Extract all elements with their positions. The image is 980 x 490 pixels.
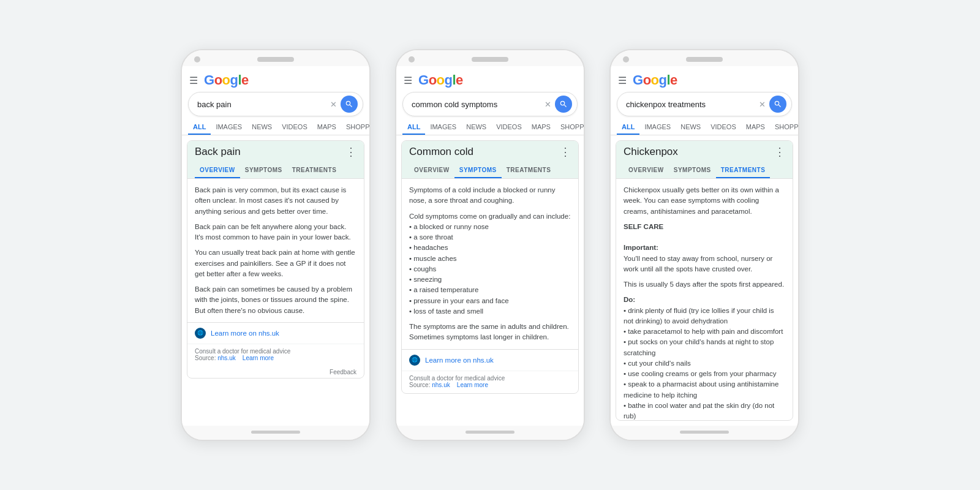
card-tab-treatments-2[interactable]: TREATMENTS [502,163,556,178]
front-camera-1 [194,56,200,62]
phone-top-bar-1 [182,50,369,66]
search-button-2[interactable] [555,96,572,113]
card-para-1-1: Back pain is very common, but its exact … [195,185,356,217]
card-para-1-4: Back pain can sometimes be caused by a p… [195,284,356,316]
phone-3: ☰ Google chickenpox treatments ✕ ALL IMA… [609,49,799,441]
nav-tab-videos-1[interactable]: VIDEOS [277,120,312,135]
nhs-link-1[interactable]: 🌐 Learn more on nhs.uk [187,322,364,344]
nhs-link-text-1: Learn more on nhs.uk [211,330,279,337]
nav-tab-shopping-3[interactable]: SHOPP... [770,120,798,135]
card-tabs-3: OVERVIEW SYMPTOMS TREATMENTS [616,163,793,179]
card-title-1: Back pain [195,146,241,158]
card-para-3-1: Chickenpox usually gets better on its ow… [624,185,785,217]
card-footer-1: Consult a doctor for medical advice Sour… [187,344,364,366]
nav-tab-videos-3[interactable]: VIDEOS [706,120,741,135]
card-body-1: Back pain is very common, but its exact … [187,179,364,322]
card-tab-symptoms-2[interactable]: SYMPTOMS [454,163,502,178]
search-bar-2[interactable]: common cold symptoms ✕ [402,92,578,116]
search-text-2: common cold symptoms [412,100,545,109]
nav-tab-maps-2[interactable]: MAPS [527,120,556,135]
bottom-bar-line-1 [251,431,300,434]
card-footer-2: Consult a doctor for medical advice Sour… [402,371,578,393]
nhs-icon-2: 🌐 [409,355,420,366]
card-tab-overview-2[interactable]: OVERVIEW [409,163,454,178]
footer-consult-1: Consult a doctor for medical advice [195,348,356,355]
phone-header-3: ☰ Google [611,66,798,92]
feedback-text-1[interactable]: Feedback [330,369,356,375]
phone-content-1: ☰ Google back pain ✕ ALL IMAGES NEWS VID… [182,66,369,426]
nav-tab-shopping-1[interactable]: SHOPP... [341,120,369,135]
nhs-link-2[interactable]: 🌐 Learn more on nhs.uk [402,349,578,371]
phone-2: ☰ Google common cold symptoms ✕ ALL IMAG… [395,49,585,441]
card-title-3: Chickenpox [624,146,678,158]
nav-tab-all-1[interactable]: ALL [188,120,211,135]
search-text-3: chickenpox treatments [626,100,759,109]
search-bar-1[interactable]: back pain ✕ [188,92,363,116]
nav-tab-images-2[interactable]: IMAGES [425,120,461,135]
phone-content-3: ☰ Google chickenpox treatments ✕ ALL IMA… [611,66,798,426]
phone-1: ☰ Google back pain ✕ ALL IMAGES NEWS VID… [181,49,371,441]
card-tab-overview-3[interactable]: OVERVIEW [624,163,669,178]
search-clear-1[interactable]: ✕ [330,100,337,109]
dots-menu-2[interactable]: ⋮ [560,146,571,157]
search-button-3[interactable] [769,96,786,113]
hamburger-icon-2[interactable]: ☰ [404,75,412,86]
dots-menu-1[interactable]: ⋮ [345,146,356,157]
card-para-3-4: Do:• drink plenty of fluid (try ice loll… [624,295,785,421]
card-title-2: Common cold [409,146,473,158]
nav-tab-images-1[interactable]: IMAGES [211,120,247,135]
card-tab-treatments-1[interactable]: TREATMENTS [287,163,342,178]
card-para-2-2: Cold symptoms come on gradually and can … [409,211,571,317]
search-bar-3[interactable]: chickenpox treatments ✕ [617,92,792,116]
google-logo-3: Google [633,72,677,88]
card-tab-treatments-3[interactable]: TREATMENTS [716,163,771,178]
nav-tab-news-2[interactable]: NEWS [461,120,491,135]
speaker-2 [472,57,508,62]
footer-learn-link-2[interactable]: Learn more [457,382,488,388]
phone-top-bar-2 [396,50,584,66]
phone-header-1: ☰ Google [182,66,369,92]
bottom-bar-line-2 [466,431,514,434]
card-header-1: Back pain ⋮ [187,141,364,163]
nav-tab-news-1[interactable]: NEWS [247,120,277,135]
search-button-1[interactable] [341,96,358,113]
knowledge-card-1: Back pain ⋮ OVERVIEW SYMPTOMS TREATMENTS… [187,140,364,379]
footer-learn-link-1[interactable]: Learn more [243,355,274,361]
nav-tabs-3: ALL IMAGES NEWS VIDEOS MAPS SHOPP... [611,120,798,135]
phone-content-2: ☰ Google common cold symptoms ✕ ALL IMAG… [396,66,584,426]
nav-tab-videos-2[interactable]: VIDEOS [491,120,527,135]
hamburger-icon-1[interactable]: ☰ [189,75,198,86]
footer-source-1: Source: nhs.uk Learn more [195,355,356,361]
nav-tab-news-3[interactable]: NEWS [676,120,706,135]
nav-tab-all-3[interactable]: ALL [617,120,639,135]
phones-container: ☰ Google back pain ✕ ALL IMAGES NEWS VID… [181,49,799,441]
nhs-link-text-2: Learn more on nhs.uk [425,356,494,364]
card-para-2-3: The symptoms are the same in adults and … [409,322,571,343]
nav-tab-all-2[interactable]: ALL [402,120,425,135]
search-clear-3[interactable]: ✕ [759,100,766,109]
footer-source-link-1[interactable]: nhs.uk [217,355,235,361]
feedback-row-1: Feedback [187,366,364,378]
card-tab-symptoms-3[interactable]: SYMPTOMS [669,163,716,178]
card-tab-overview-1[interactable]: OVERVIEW [195,163,240,178]
card-para-2-1: Symptoms of a cold include a blocked or … [409,185,571,206]
card-para-3-3: This is usually 5 days after the spots f… [624,279,785,290]
phone-top-bar-3 [611,50,798,66]
dots-menu-3[interactable]: ⋮ [774,146,785,157]
front-camera-3 [623,56,629,62]
bottom-bar-line-3 [680,431,729,434]
knowledge-card-3: Chickenpox ⋮ OVERVIEW SYMPTOMS TREATMENT… [616,140,793,421]
nav-tab-images-3[interactable]: IMAGES [639,120,676,135]
footer-source-link-2[interactable]: nhs.uk [432,382,450,388]
google-logo-1: Google [204,72,249,88]
nav-tab-maps-1[interactable]: MAPS [312,120,341,135]
search-clear-2[interactable]: ✕ [545,100,551,109]
nav-tab-maps-3[interactable]: MAPS [741,120,770,135]
card-header-2: Common cold ⋮ [402,141,578,163]
speaker-3 [686,57,723,62]
card-tab-symptoms-1[interactable]: SYMPTOMS [240,163,287,178]
card-tabs-2: OVERVIEW SYMPTOMS TREATMENTS [402,163,578,179]
nav-tab-shopping-2[interactable]: SHOPP... [556,120,584,135]
hamburger-icon-3[interactable]: ☰ [618,75,627,86]
card-tabs-1: OVERVIEW SYMPTOMS TREATMENTS [187,163,364,179]
